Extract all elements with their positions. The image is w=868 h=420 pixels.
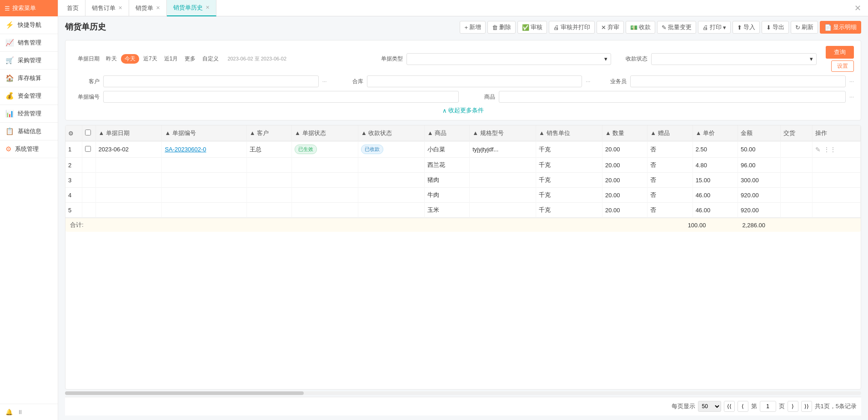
- tab-sales-goods-close[interactable]: ✕: [156, 5, 160, 11]
- sidebar-header[interactable]: ☰ 搜索菜单: [0, 0, 58, 16]
- col-date[interactable]: ▲ 单据日期: [95, 125, 162, 141]
- audit-button[interactable]: ✅ 审核: [517, 21, 547, 34]
- collapse-arrow-icon: ∧: [442, 107, 447, 114]
- cell-gift: 否: [647, 203, 692, 218]
- cell-action: [813, 188, 861, 203]
- page-unit: 页: [779, 402, 785, 410]
- tab-sales-goods[interactable]: 销货单 ✕: [129, 0, 167, 16]
- last-page-button[interactable]: ⟩⟩: [801, 401, 812, 412]
- per-page-select[interactable]: 50 100 200: [698, 401, 721, 412]
- delete-button[interactable]: 🗑 删除: [487, 21, 516, 34]
- col-customer[interactable]: ▲ 客户: [246, 125, 291, 141]
- edit-action-icon[interactable]: ✎: [815, 146, 821, 153]
- row-checkbox[interactable]: [85, 146, 91, 152]
- print-button[interactable]: 🖨 打印 ▾: [698, 21, 731, 34]
- more-action-icon[interactable]: ⋮⋮: [823, 146, 836, 153]
- next-page-button[interactable]: ⟩: [788, 401, 798, 412]
- cell-trade: [781, 188, 813, 203]
- refresh-button[interactable]: ↻ 刷新: [791, 21, 818, 34]
- pause-icon[interactable]: ⏸: [17, 409, 23, 415]
- query-button[interactable]: 查询: [826, 46, 854, 59]
- batch-change-button[interactable]: ✎ 批量变更: [657, 21, 696, 34]
- cell-customer: [246, 203, 291, 218]
- goods-input[interactable]: [499, 91, 846, 103]
- doc-no-input[interactable]: [103, 91, 459, 103]
- cell-settings: 1: [65, 141, 82, 158]
- cell-customer: 王总: [246, 141, 291, 158]
- col-goods[interactable]: ▲ 商品: [424, 125, 469, 141]
- col-spec[interactable]: ▲ 规格型号: [470, 125, 536, 141]
- export-button[interactable]: ⬇ 导出: [762, 21, 789, 34]
- cell-spec: [470, 188, 536, 203]
- cell-payment-status: [358, 158, 424, 173]
- show-detail-button[interactable]: 📄 显示明细: [820, 21, 861, 34]
- sidebar-item-basic-info[interactable]: 📋 基础信息: [0, 123, 58, 140]
- staff-label: 业务员: [599, 78, 627, 85]
- col-payment-status[interactable]: ▲ 收款状态: [358, 125, 424, 141]
- close-all-tabs[interactable]: ✕: [850, 3, 866, 13]
- warehouse-more[interactable]: ···: [586, 78, 590, 85]
- col-doc-no[interactable]: ▲ 单据编号: [162, 125, 246, 141]
- tab-sales-history-close[interactable]: ✕: [206, 5, 210, 10]
- audit-print-icon: 🖨: [553, 24, 559, 31]
- horizontal-scrollbar[interactable]: [65, 391, 861, 395]
- sidebar-item-purchase-mgmt[interactable]: 🛒 采购管理: [0, 52, 58, 70]
- add-icon: +: [464, 24, 468, 31]
- sidebar-item-sys-mgmt[interactable]: ⚙ 系统管理: [0, 140, 58, 158]
- goods-more[interactable]: ···: [849, 94, 854, 100]
- doc-type-select[interactable]: ▾: [406, 53, 611, 65]
- date-today[interactable]: 今天: [121, 54, 139, 64]
- page-number-input[interactable]: [760, 401, 776, 412]
- col-unit[interactable]: ▲ 销售单位: [536, 125, 602, 141]
- date-7days[interactable]: 近7天: [140, 54, 160, 64]
- collect-icon: 💵: [630, 24, 637, 31]
- cell-amount: 50.00: [738, 141, 780, 158]
- sidebar-item-sales-mgmt[interactable]: 📈 销售管理: [0, 34, 58, 52]
- col-action: 操作: [813, 125, 861, 141]
- setting-button[interactable]: 设置: [831, 60, 854, 72]
- import-button[interactable]: ⬆ 导入: [733, 21, 760, 34]
- sidebar-item-quick-nav[interactable]: ⚡ 快捷导航: [0, 16, 58, 34]
- audit-print-button[interactable]: 🖨 审核并打印: [549, 21, 595, 34]
- notification-icon[interactable]: 🔔: [5, 409, 13, 415]
- tab-sales-order-close[interactable]: ✕: [118, 5, 122, 11]
- operations-icon: 📊: [5, 110, 14, 118]
- sidebar-item-operations[interactable]: 📊 经营管理: [0, 105, 58, 123]
- cell-date: [95, 203, 162, 218]
- staff-input[interactable]: [630, 75, 846, 87]
- cell-gift: 否: [647, 188, 692, 203]
- tab-sales-order[interactable]: 销售订单 ✕: [85, 0, 129, 16]
- date-yesterday[interactable]: 昨天: [103, 54, 120, 64]
- collect-button[interactable]: 💵 收款: [626, 21, 655, 34]
- date-custom[interactable]: 自定义: [200, 54, 221, 64]
- col-gift[interactable]: ▲ 赠品: [647, 125, 692, 141]
- abandon-button[interactable]: ✕ 弃审: [597, 21, 624, 34]
- doc-no-link[interactable]: SA-20230602-0: [165, 146, 206, 153]
- prev-page-button[interactable]: ⟨: [738, 401, 748, 412]
- first-page-button[interactable]: ⟨⟨: [724, 401, 735, 412]
- customer-more[interactable]: ···: [322, 78, 327, 85]
- cell-date: [95, 173, 162, 188]
- sidebar: ☰ 搜索菜单 ⚡ 快捷导航 📈 销售管理 🛒 采购管理 🏠 库存核算 💰 资金管…: [0, 0, 58, 420]
- tab-home[interactable]: 首页: [60, 0, 85, 16]
- sidebar-item-label: 快捷导航: [18, 21, 41, 29]
- select-all-checkbox[interactable]: [85, 130, 91, 135]
- sidebar-item-inventory[interactable]: 🏠 库存核算: [0, 70, 58, 87]
- col-settings[interactable]: ⚙: [65, 125, 82, 141]
- date-more[interactable]: 更多: [182, 54, 198, 64]
- tab-sales-history[interactable]: 销货单历史 ✕: [167, 0, 216, 16]
- payment-status-select[interactable]: ▾: [651, 53, 817, 65]
- cell-price: 46.00: [692, 188, 738, 203]
- sidebar-item-finance[interactable]: 💰 资金管理: [0, 87, 58, 105]
- add-button[interactable]: + 新增: [460, 21, 486, 34]
- col-price[interactable]: ▲ 单价: [692, 125, 738, 141]
- customer-input[interactable]: [103, 75, 319, 87]
- staff-more[interactable]: ···: [849, 78, 854, 85]
- cell-unit: 千克: [536, 141, 602, 158]
- warehouse-input[interactable]: [367, 75, 582, 87]
- col-doc-status[interactable]: ▲ 单据状态: [292, 125, 358, 141]
- col-qty[interactable]: ▲ 数量: [602, 125, 647, 141]
- date-1month[interactable]: 近1月: [161, 54, 181, 64]
- cell-payment-status: [358, 203, 424, 218]
- collapse-btn[interactable]: ∧ 收起更多条件: [442, 106, 484, 115]
